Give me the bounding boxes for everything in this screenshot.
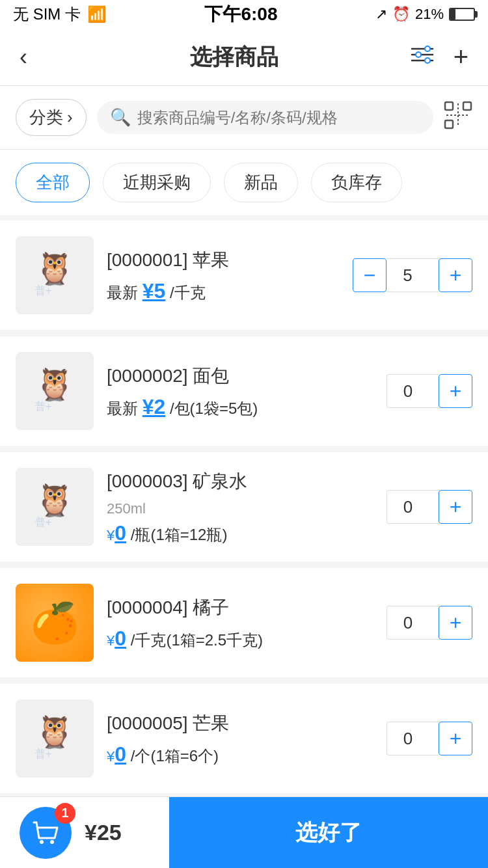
product-name: [0000004] 橘子 (107, 595, 373, 620)
svg-point-5 (425, 58, 430, 63)
placeholder-icon: 🦉 (35, 716, 74, 748)
tab-negative[interactable]: 负库存 (311, 163, 402, 202)
tab-recent[interactable]: 近期采购 (103, 163, 211, 202)
status-bar: 无 SIM 卡 📶 下午6:08 ↗ ⏰ 21% (0, 0, 488, 29)
quantity-input[interactable] (386, 490, 439, 524)
svg-rect-6 (445, 102, 453, 110)
quantity-input[interactable] (386, 606, 439, 640)
product-price: 最新 ¥5 /千克 (107, 279, 340, 303)
svg-point-3 (425, 46, 430, 51)
quantity-control: + (386, 374, 472, 408)
price-unit: /包(1袋=5包) (170, 400, 258, 417)
decrement-button[interactable]: − (353, 258, 386, 292)
cart-badge: 1 (55, 803, 75, 824)
product-name: [0000003] 矿泉水 (107, 469, 373, 494)
battery-percent: 21% (415, 6, 444, 23)
price-value: ¥5 (142, 279, 166, 303)
quantity-input[interactable] (386, 258, 439, 292)
list-item: 🦉 普+ [0000001] 苹果 最新 ¥5 /千克 − + (0, 221, 488, 330)
price-unit: /瓶(1箱=12瓶) (131, 526, 228, 543)
product-price: ¥0 /个(1箱=6个) (107, 742, 373, 766)
increment-button[interactable]: + (439, 258, 472, 292)
bottom-bar: 1 ¥25 选好了 (0, 796, 488, 868)
cart-total: ¥25 (85, 820, 122, 845)
product-name: [0000005] 芒果 (107, 711, 373, 736)
price-label: 最新 (107, 400, 142, 417)
product-info: [0000002] 面包 最新 ¥2 /包(1袋=5包) (107, 364, 373, 419)
back-button[interactable]: ‹ (20, 44, 59, 71)
quantity-control: + (386, 606, 472, 640)
product-list: 🦉 普+ [0000001] 苹果 最新 ¥5 /千克 − + 🦉 普+ (0, 221, 488, 868)
product-info: [0000004] 橘子 ¥0 /千克(1箱=2.5千克) (107, 595, 373, 651)
yen-symbol: ¥ (107, 632, 115, 649)
wifi-icon: 📶 (87, 5, 107, 23)
product-thumbnail: 🦉 普+ (16, 352, 94, 430)
increment-button[interactable]: + (439, 606, 472, 640)
list-item: 🍊 [0000004] 橘子 ¥0 /千克(1箱=2.5千克) + (0, 568, 488, 677)
quantity-input[interactable] (386, 374, 439, 408)
nav-bar: ‹ 选择商品 + (0, 29, 488, 86)
placeholder-icon: 🦉 (35, 369, 74, 400)
page-title: 选择商品 (190, 42, 278, 72)
status-right: ↗ ⏰ 21% (375, 6, 475, 23)
confirm-button[interactable]: 选好了 (169, 797, 488, 869)
price-value: ¥2 (142, 395, 166, 418)
svg-point-4 (416, 52, 421, 57)
svg-rect-7 (463, 102, 471, 110)
category-chevron: › (67, 107, 73, 128)
list-item: 🦉 普+ [0000003] 矿泉水 250ml ¥0 /瓶(1箱=12瓶) + (0, 452, 488, 562)
product-price: ¥0 /瓶(1箱=12瓶) (107, 521, 373, 545)
increment-button[interactable]: + (439, 722, 472, 755)
alarm-icon: ⏰ (392, 6, 410, 23)
list-item: 🦉 普+ [0000002] 面包 最新 ¥2 /包(1袋=5包) + (0, 336, 488, 446)
quantity-control: + (386, 490, 472, 524)
scan-icon[interactable] (444, 101, 472, 135)
svg-rect-8 (445, 120, 453, 128)
yen-symbol: ¥ (107, 748, 115, 765)
search-input-wrap: 🔍 (97, 101, 433, 134)
tab-all[interactable]: 全部 (16, 163, 90, 202)
product-name: [0000002] 面包 (107, 364, 373, 388)
location-icon: ↗ (375, 6, 387, 23)
status-time: 下午6:08 (204, 2, 277, 27)
price-unit: /个(1箱=6个) (131, 747, 219, 765)
increment-button[interactable]: + (439, 374, 472, 408)
product-thumbnail: 🦉 普+ (16, 699, 94, 778)
search-bar: 分类 › 🔍 (0, 86, 488, 150)
price-value: 0 (115, 521, 126, 545)
nav-actions: + (411, 42, 468, 72)
product-info: [0000003] 矿泉水 250ml ¥0 /瓶(1箱=12瓶) (107, 469, 373, 545)
quantity-input[interactable] (386, 722, 439, 755)
category-button[interactable]: 分类 › (16, 99, 87, 136)
status-left: 无 SIM 卡 📶 (13, 4, 107, 25)
price-value: 0 (115, 742, 126, 766)
yen-symbol: ¥ (107, 527, 115, 543)
product-info: [0000005] 芒果 ¥0 /个(1箱=6个) (107, 711, 373, 766)
cart-button[interactable]: 1 (20, 807, 72, 859)
list-item: 🦉 普+ [0000005] 芒果 ¥0 /个(1箱=6个) + (0, 684, 488, 793)
product-thumbnail: 🦉 普+ (16, 236, 94, 314)
product-price: 最新 ¥2 /包(1袋=5包) (107, 395, 373, 419)
search-input[interactable] (137, 109, 420, 127)
quantity-control: + (386, 722, 472, 755)
product-name: [0000001] 苹果 (107, 248, 340, 273)
filter-icon[interactable] (411, 45, 434, 70)
product-thumbnail: 🍊 (16, 584, 94, 662)
carrier-label: 无 SIM 卡 (13, 4, 81, 25)
tab-bar: 全部 近期采购 新品 负库存 (0, 150, 488, 221)
tab-new[interactable]: 新品 (224, 163, 298, 202)
placeholder-icon: 🦉 (35, 253, 74, 284)
add-icon[interactable]: + (454, 42, 468, 72)
product-thumbnail: 🦉 普+ (16, 468, 94, 546)
placeholder-icon: 🦉 (35, 485, 74, 516)
quantity-control: − + (353, 258, 472, 292)
price-unit: /千克(1箱=2.5千克) (131, 631, 263, 649)
category-label: 分类 (29, 106, 63, 129)
price-unit: /千克 (170, 284, 206, 301)
price-label: 最新 (107, 284, 142, 301)
product-price: ¥0 /千克(1箱=2.5千克) (107, 627, 373, 651)
svg-point-11 (40, 840, 44, 844)
increment-button[interactable]: + (439, 490, 472, 524)
product-info: [0000001] 苹果 最新 ¥5 /千克 (107, 248, 340, 303)
svg-point-12 (50, 840, 54, 844)
